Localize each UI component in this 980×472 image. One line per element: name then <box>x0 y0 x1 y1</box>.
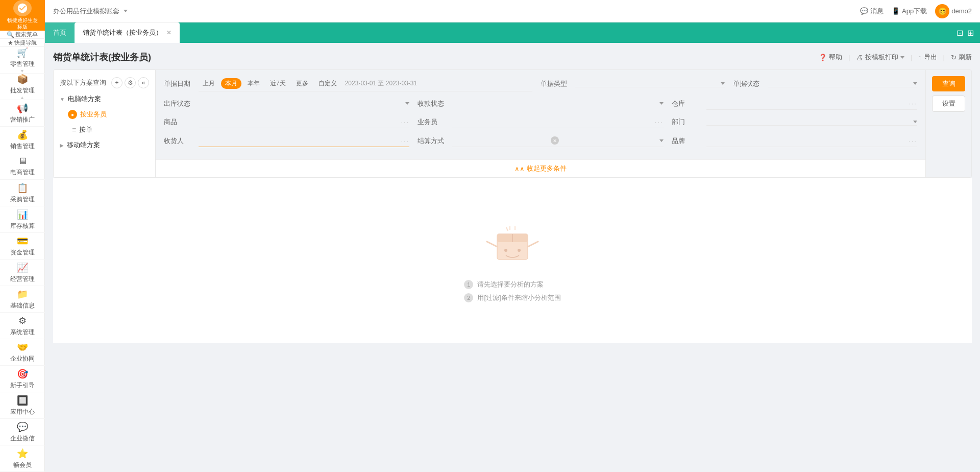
filter-item-consignee: 收货人 ··· <box>164 135 409 147</box>
settlement-dropdown[interactable]: ✕ <box>452 134 663 147</box>
sales-icon: 💰 <box>17 129 28 140</box>
message-label: 消息 <box>870 7 884 16</box>
svg-point-3 <box>504 249 507 252</box>
message-btn[interactable]: 💬 消息 <box>860 7 884 16</box>
operations-icon: 📈 <box>17 262 28 273</box>
date-btn-last-7-days[interactable]: 近7天 <box>266 78 290 89</box>
user-profile[interactable]: 😊 demo2 <box>935 4 972 18</box>
filter-row-2: 出库状态 收款状态 <box>164 98 917 110</box>
scheme-desktop-label: 电脑端方案 <box>68 95 101 104</box>
topbar-right: 💬 消息 📱 App下载 😊 demo2 <box>860 4 972 18</box>
scheme-collapse-btn[interactable]: « <box>138 77 149 88</box>
tabbar: 首页 销货单统计表（按业务员） ✕ ⊡ ⊞ <box>45 22 980 43</box>
sidebar-item-system-label: 系统管理 <box>10 328 35 337</box>
page-title: 销货单统计表(按业务员) <box>53 51 151 63</box>
goods-input[interactable]: ··· <box>199 116 409 128</box>
scheme-item-by-salesman[interactable]: ● 按业务员 <box>54 107 155 122</box>
quick-nav[interactable]: ★ 快捷导航 <box>0 39 45 47</box>
sidebar-item-sales[interactable]: 💰 销售管理 <box>0 127 45 153</box>
export-btn[interactable]: ↑ 导出 <box>918 53 937 62</box>
finance-icon: 💳 <box>17 235 28 247</box>
sidebar-item-corp[interactable]: 🤝 企业协同 <box>0 339 45 366</box>
sidebar-item-inventory[interactable]: 📊 库存核算 <box>0 206 45 233</box>
separator2: | <box>911 54 912 61</box>
query-button[interactable]: 查询 <box>932 76 965 91</box>
sidebar-item-operations[interactable]: 📈 经营管理 <box>0 259 45 286</box>
desktop-group-chevron: ▼ <box>60 97 65 102</box>
tab-expand-btn[interactable]: ⊞ <box>967 28 974 38</box>
filter-item-salesman: 业务员 ··· <box>418 116 663 128</box>
doc-type-dropdown[interactable] <box>575 80 725 87</box>
sidebar-item-wechat[interactable]: 💬 企业微信 <box>0 419 45 445</box>
date-btn-this-year[interactable]: 本年 <box>243 78 264 89</box>
date-btn-this-month[interactable]: 本月 <box>221 78 241 89</box>
date-btn-last-month[interactable]: 上月 <box>199 78 219 89</box>
scheme-panel-title: 按以下方案查询 <box>60 78 106 87</box>
department-chevron <box>913 121 917 123</box>
tab-minimize-btn[interactable]: ⊡ <box>957 28 963 38</box>
date-btn-custom[interactable]: 自定义 <box>314 78 341 89</box>
filter-item-goods: 商品 ··· <box>164 116 409 128</box>
by-salesman-icon: ● <box>68 110 77 119</box>
empty-tips: 1 请先选择要分析的方案 2 用[过滤]条件来缩小分析范围 <box>464 280 560 302</box>
scheme-add-btn[interactable]: + <box>111 77 122 88</box>
stock-status-dropdown[interactable] <box>199 100 409 107</box>
settlement-clear-btn[interactable]: ✕ <box>551 136 559 145</box>
scheme-panel: 按以下方案查询 + ⚙ « ▼ 电脑端方案 ● 按业务员 <box>54 70 156 177</box>
collapse-label: 收起更多条件 <box>527 164 567 173</box>
inventory-icon: 📊 <box>17 209 28 220</box>
scheme-desktop-header[interactable]: ▼ 电脑端方案 <box>54 91 155 107</box>
sidebar-item-purchase[interactable]: 📋 采购管理 <box>0 180 45 206</box>
template-print-btn[interactable]: 🖨 按模板打印 <box>856 53 904 62</box>
sidebar-item-apps[interactable]: 🔲 应用中心 <box>0 392 45 419</box>
sidebar-item-marketing[interactable]: 📢 营销推广 <box>0 100 45 127</box>
salesman-input[interactable]: ··· <box>452 116 663 128</box>
message-icon: 💬 <box>860 7 868 15</box>
newbie-icon: 🎯 <box>17 368 28 380</box>
sidebar-item-basic[interactable]: 📁 基础信息 <box>0 286 45 313</box>
warehouse-input[interactable]: ··· <box>706 98 917 110</box>
sidebar-item-wholesale[interactable]: 📦 批发管理 ▲ <box>0 74 45 100</box>
export-icon: ↑ <box>918 54 922 61</box>
refresh-btn[interactable]: ↻ 刷新 <box>951 53 972 62</box>
tab-sales-stat[interactable]: 销货单统计表（按业务员） ✕ <box>75 22 180 43</box>
sidebar-item-member[interactable]: ⭐ 畅会员 <box>0 445 45 472</box>
account-dropdown[interactable] <box>124 10 128 12</box>
empty-illustration <box>482 219 543 270</box>
tab-home[interactable]: 首页 <box>45 22 75 43</box>
mobile-group-chevron: ▶ <box>60 143 64 148</box>
settings-button[interactable]: 设置 <box>932 96 965 112</box>
template-print-label: 按模板打印 <box>865 53 898 62</box>
app-download-btn[interactable]: 📱 App下载 <box>892 7 927 16</box>
sidebar-item-finance[interactable]: 💳 资金管理 <box>0 233 45 259</box>
sidebar-item-ecommerce[interactable]: 🖥 电商管理 <box>0 153 45 180</box>
by-order-label: 按单 <box>79 125 92 134</box>
sidebar-item-retail[interactable]: 🛒 零售管理 ▼ <box>0 47 45 74</box>
brand-input[interactable]: ··· <box>706 135 917 147</box>
doc-status-dropdown[interactable] <box>768 80 917 87</box>
consignee-input[interactable]: ··· <box>199 135 409 147</box>
receipt-status-dropdown[interactable] <box>452 100 663 107</box>
sidebar-item-purchase-label: 采购管理 <box>10 195 35 204</box>
sidebar-item-newbie[interactable]: 🎯 新手引导 <box>0 366 45 392</box>
department-dropdown[interactable] <box>706 119 917 126</box>
help-btn[interactable]: ❓ 帮助 <box>819 53 842 62</box>
filter-and-buttons: 单据日期 上月 本月 本年 近7天 更多 自定义 2023-03-01 至 20… <box>156 70 925 177</box>
doc-type-chevron <box>721 82 725 85</box>
filter-row-3: 商品 ··· 业务员 ··· <box>164 116 917 128</box>
scheme-settings-btn[interactable]: ⚙ <box>125 77 136 88</box>
scheme-item-by-order[interactable]: ≡ 按单 <box>54 122 155 137</box>
doc-status-chevron <box>913 82 917 85</box>
svg-line-5 <box>487 242 497 247</box>
apps-icon: 🔲 <box>17 395 28 406</box>
scheme-mobile-header[interactable]: ▶ 移动端方案 <box>60 140 149 150</box>
date-btn-more[interactable]: 更多 <box>292 78 312 89</box>
sidebar-item-system[interactable]: ⚙ 系统管理 <box>0 313 45 339</box>
search-menu[interactable]: 🔍 搜索菜单 <box>0 31 45 39</box>
tab-home-label: 首页 <box>53 28 66 37</box>
empty-tip-1-text: 请先选择要分析的方案 <box>477 280 544 289</box>
search-menu-label: 搜索菜单 <box>15 31 38 38</box>
collapse-bar[interactable]: ∧∧ 收起更多条件 <box>156 159 925 177</box>
filter-item-doc-type: 单据类型 <box>541 79 725 88</box>
tab-close-btn[interactable]: ✕ <box>166 29 172 36</box>
